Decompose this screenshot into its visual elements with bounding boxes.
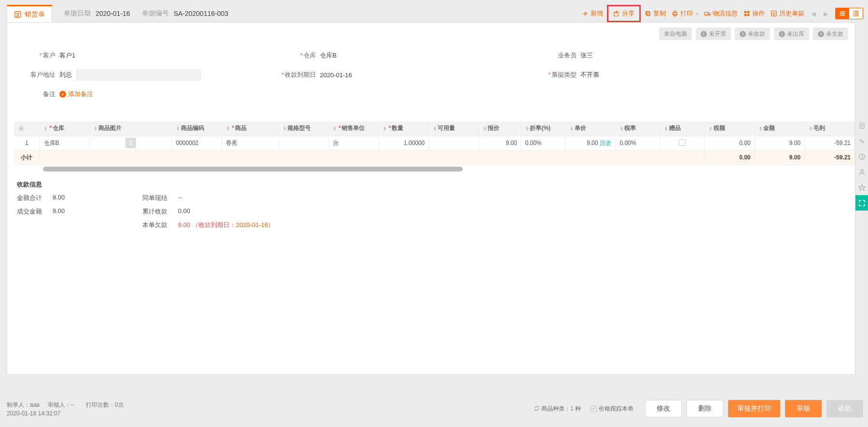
rail-attach-button[interactable] [855,133,868,149]
col-gross[interactable]: ▲▼毛利 [805,121,855,136]
customer-value[interactable]: 客户1 [59,51,75,60]
chevron-down-icon: ▾ [696,11,698,16]
cell-code: 0000002 [172,136,222,150]
table-subtotal-row: 小计 0.00 9.00 -59.21 [14,150,855,165]
col-avail[interactable]: ▲▼可用量 [429,121,479,136]
ops-label: 操作 [752,9,765,18]
share-icon [613,10,620,17]
col-tax-amt[interactable]: ▲▼税额 [704,121,755,136]
follow-price-checkbox[interactable]: ✓ 价格跟踪本单 [591,405,634,413]
rail-history-button[interactable] [855,149,868,164]
active-tab-sales-order[interactable]: 销货单 [7,5,52,22]
date-label: 单据日期 [64,9,91,18]
col-product[interactable]: ▲▼*商品 [222,121,279,136]
col-amount[interactable]: ▲▼金额 [755,121,805,136]
main-card: 来自电脑 i未开票 i未收款 i未出库 i未生效 *客户 客户1 *仓库 仓库B… [7,22,855,375]
share-button[interactable]: 分享 [610,6,637,21]
cell-quote: 9.00 [479,136,521,150]
col-discount[interactable]: ▲▼折率(%) [521,121,565,136]
header-number: 单据编号 SA-20200116-003 [142,9,229,18]
salesman-label: 业务员 [535,51,577,60]
table-row[interactable]: 1 仓库B b 0000002 香蕉 台 1.00000 9.00 0.00% … [14,136,855,150]
header-date: 单据日期 2020-01-16 [64,9,130,18]
history-button[interactable]: 历史单据 [768,6,807,21]
add-button[interactable]: 新增 [579,6,606,21]
rail-notes-button[interactable] [855,118,868,133]
maker-value: aaa [30,401,40,408]
addr-masked [76,69,201,81]
invoice-type-value[interactable]: 不开票 [580,71,599,79]
salesman-value[interactable]: 张三 [580,51,593,60]
tag-unpaid[interactable]: i未收款 [735,28,770,40]
cell-warehouse: 仓库B [40,136,90,150]
payment-title: 收款信息 [17,180,848,189]
footer-buttons: 修改 删除 审核并打印 审核 收款 [645,400,863,417]
col-image[interactable]: ▲▼商品图片 [90,121,172,136]
modify-button[interactable]: 修改 [645,400,682,417]
tag-uninvoiced[interactable]: i未开票 [696,28,731,40]
star-icon [858,184,866,191]
audit-button[interactable]: 审核 [785,400,822,417]
ops-button[interactable]: 操作 [741,6,768,21]
total-value: 9.00 [53,194,65,202]
logistics-button[interactable]: 物流信息 [701,6,741,21]
col-unit[interactable]: ▲▼*销售单位 [329,121,379,136]
rail-user-button[interactable] [855,164,868,180]
audit-print-button[interactable]: 审核并打印 [728,400,780,417]
view-toggle [835,8,863,19]
no-value: SA-20200116-003 [174,10,229,17]
tag-label: 未生效 [826,30,843,38]
col-warehouse[interactable]: ▲▼*仓库 [40,121,90,136]
add-remark-button[interactable]: + 添加备注 [59,90,93,99]
col-spec[interactable]: ▲▼规格型号 [279,121,329,136]
cell-tax-amt: 0.00 [704,136,755,150]
refresh-icon [534,405,540,412]
truck-icon [704,10,711,17]
deal-value: 9.00 [53,207,65,216]
view-list-button[interactable] [836,8,849,19]
col-qty[interactable]: ▲▼*数量 [379,121,429,136]
horizontal-scrollbar[interactable] [43,167,855,171]
scrollbar-thumb[interactable] [43,167,463,171]
acc-label: 累计收款 [142,207,171,216]
add-remark-label: 添加备注 [68,90,93,99]
copy-button[interactable]: 复制 [642,6,669,21]
tab-title: 销货单 [25,10,45,19]
cell-product: 香蕉 [222,136,279,150]
delete-button[interactable]: 删除 [687,400,723,417]
col-settings[interactable] [14,121,40,136]
info-icon: i [701,31,707,37]
col-price[interactable]: ▲▼单价 [565,121,616,136]
gear-icon [18,125,25,132]
rail-star-button[interactable] [855,180,868,195]
col-tax-rate[interactable]: ▲▼税率 [616,121,660,136]
follow-price-label: 价格跟踪本单 [599,405,634,413]
share-highlight-box: 分享 [607,5,641,22]
clock-icon [858,153,866,160]
acc-value: 0.00 [178,207,190,216]
addr-value[interactable]: 刘总 [59,71,72,79]
right-side-rail [855,118,868,211]
col-quote[interactable]: ▲▼报价 [479,121,521,136]
price-history-link[interactable]: 历史 [600,140,611,146]
prev-record-button[interactable]: ◀ [807,7,820,20]
bottom-bar: 制单人：aaa 审核人：-- 打印次数：0次 2020-01-16 14:32:… [7,397,863,420]
view-columns-button[interactable] [849,8,863,19]
no-label: 单据编号 [142,9,169,18]
print-icon [672,10,678,17]
warehouse-value[interactable]: 仓库B [320,51,337,60]
print-button[interactable]: 打印 ▾ [669,6,701,21]
rail-expand-button[interactable] [855,195,868,211]
cell-gift [660,136,704,150]
gift-checkbox[interactable] [679,139,686,146]
cell-idx: 1 [14,136,40,150]
next-record-button[interactable]: ▶ [820,7,832,20]
col-gift[interactable]: ▲▼赠品 [660,121,704,136]
sku-summary: 商品种类：1 种 [534,405,581,413]
cols-icon [853,10,859,17]
cell-spec [279,136,329,150]
col-code[interactable]: ▲▼商品编码 [172,121,222,136]
duedate-value[interactable]: 2020-01-16 [320,71,352,79]
tag-unout[interactable]: i未出库 [774,28,809,40]
tag-inactive[interactable]: i未生效 [813,28,848,40]
